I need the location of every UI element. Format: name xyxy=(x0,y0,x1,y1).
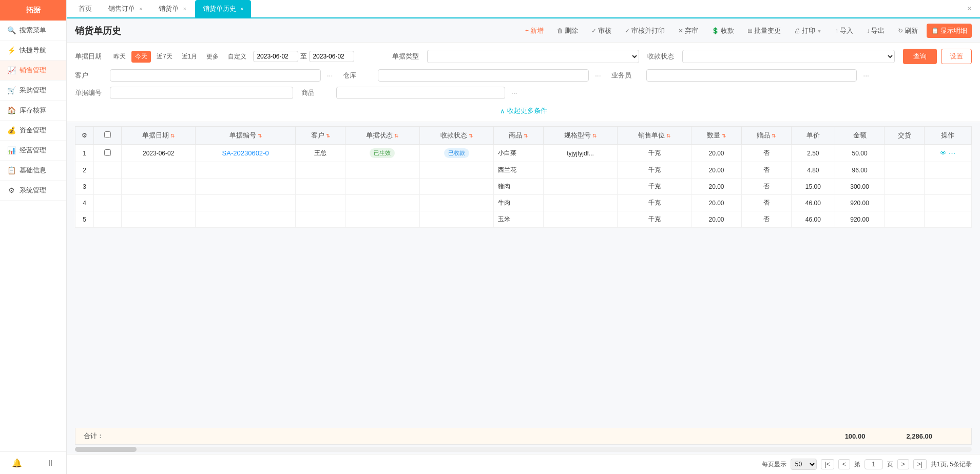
sidebar-item-inventory-calc[interactable]: 🏠 库存核算 xyxy=(0,101,66,121)
print-icon: 🖨 xyxy=(794,27,800,34)
cell-checkbox[interactable] xyxy=(94,195,122,211)
doc-no-input[interactable] xyxy=(110,87,293,99)
horizontal-scrollbar[interactable] xyxy=(75,447,972,452)
add-btn[interactable]: + 新增 xyxy=(521,24,548,38)
yesterday-btn[interactable]: 昨天 xyxy=(110,51,129,63)
doc-type-label: 单据类型 xyxy=(392,52,423,61)
col-unit[interactable]: 销售单位⇅ xyxy=(618,127,691,145)
sort-icon-pay-status: ⇅ xyxy=(469,133,473,139)
col-pay-status[interactable]: 收款状态⇅ xyxy=(419,127,493,145)
sidebar-item-system-mgmt[interactable]: ⚙ 系统管理 xyxy=(0,181,66,201)
pause-btn[interactable]: ⏸ xyxy=(42,457,59,470)
doc-type-select[interactable] xyxy=(427,50,640,63)
row-action-btn-0[interactable]: 👁 xyxy=(940,149,947,157)
sidebar-item-search-menu[interactable]: 🔍 搜索菜单 xyxy=(0,21,66,41)
date-to-input[interactable] xyxy=(309,51,354,62)
col-doc-status[interactable]: 单据状态⇅ xyxy=(345,127,419,145)
cell-checkbox[interactable] xyxy=(94,162,122,179)
page-num-input[interactable] xyxy=(864,459,883,469)
batch-change-btn[interactable]: ⊞ 批量变更 xyxy=(743,24,785,38)
date-from-input[interactable] xyxy=(253,51,298,62)
audit-print-btn[interactable]: ✓ 审核并打印 xyxy=(620,24,669,38)
first-page-btn[interactable]: |< xyxy=(821,459,834,469)
refresh-btn[interactable]: ↻ 刷新 xyxy=(893,24,923,38)
salesperson-dots-btn[interactable]: ··· xyxy=(861,71,871,80)
per-page-select[interactable]: 10 20 50 100 xyxy=(791,459,817,470)
tab-sales-history[interactable]: 销货单历史 × xyxy=(195,0,251,17)
col-price[interactable]: 单价 xyxy=(791,127,835,145)
sidebar-item-basic-info[interactable]: 📋 基础信息 xyxy=(0,161,66,181)
row-action-btn-1[interactable]: ⋯ xyxy=(949,149,955,157)
audit-btn[interactable]: ✓ 审核 xyxy=(587,24,616,38)
print-btn[interactable]: 🖨 打印 ▼ xyxy=(790,24,827,38)
col-doc-no[interactable]: 单据编号⇅ xyxy=(196,127,296,145)
col-gift[interactable]: 赠品⇅ xyxy=(741,127,791,145)
col-customer[interactable]: 客户⇅ xyxy=(296,127,345,145)
customer-input[interactable] xyxy=(110,69,321,82)
payment-status-select[interactable] xyxy=(682,50,895,63)
select-all-checkbox[interactable] xyxy=(104,131,111,138)
tab-home[interactable]: 首页 xyxy=(71,0,100,17)
warehouse-input[interactable] xyxy=(378,69,589,82)
tab-sales-goods[interactable]: 销货单 × xyxy=(151,0,194,17)
col-qty[interactable]: 数量⇅ xyxy=(691,127,741,145)
cell-checkbox[interactable] xyxy=(94,179,122,195)
collect-btn[interactable]: 💲 收款 xyxy=(707,24,739,38)
tab-sales-goods-close[interactable]: × xyxy=(183,6,186,12)
delete-btn[interactable]: 🗑 删除 xyxy=(552,24,583,38)
cell-amount: 96.00 xyxy=(835,162,885,179)
col-transaction[interactable]: 交货 xyxy=(885,127,924,145)
sidebar-item-quick-nav[interactable]: ⚡ 快捷导航 xyxy=(0,41,66,61)
cell-pay-status: 已收款 xyxy=(419,145,493,162)
abandon-btn[interactable]: ✕ 弃审 xyxy=(674,24,703,38)
last-page-btn[interactable]: >| xyxy=(913,459,927,469)
cell-checkbox[interactable] xyxy=(94,145,122,162)
sidebar-item-operation-mgmt[interactable]: 📊 经营管理 xyxy=(0,141,66,161)
custom-btn[interactable]: 自定义 xyxy=(224,51,250,63)
filter-doc-type: 单据类型 xyxy=(392,50,640,63)
tab-sales-history-close[interactable]: × xyxy=(240,6,243,12)
goods-input[interactable] xyxy=(336,87,505,99)
filter-collapse-btn[interactable]: ∧ 收起更多条件 xyxy=(75,104,972,117)
1month-btn[interactable]: 近1月 xyxy=(178,51,201,63)
warehouse-dots-btn[interactable]: ··· xyxy=(593,71,603,80)
sidebar-item-sales-mgmt[interactable]: 📈 销售管理 xyxy=(0,61,66,81)
col-goods[interactable]: 商品⇅ xyxy=(493,127,543,145)
doc-no-link[interactable]: SA-20230602-0 xyxy=(222,149,269,157)
search-menu-icon: 🔍 xyxy=(7,26,15,34)
sidebar-item-purchase-mgmt[interactable]: 🛒 采购管理 xyxy=(0,81,66,101)
customer-dots-btn[interactable]: ··· xyxy=(325,71,335,80)
cell-actions xyxy=(924,195,971,211)
salesperson-label: 业务员 xyxy=(611,71,642,80)
7days-btn[interactable]: 近7天 xyxy=(153,51,176,63)
add-icon: + xyxy=(525,27,529,34)
show-detail-btn[interactable]: 📋 显示明细 xyxy=(927,24,972,38)
import-btn[interactable]: ↑ 导入 xyxy=(831,24,858,38)
col-gear[interactable]: ⚙ xyxy=(75,127,94,145)
tab-sales-order[interactable]: 销售订单 × xyxy=(101,0,150,17)
sidebar-item-finance-mgmt[interactable]: 💰 资金管理 xyxy=(0,121,66,141)
today-btn[interactable]: 今天 xyxy=(131,51,151,63)
salesperson-input[interactable] xyxy=(646,69,857,82)
export-btn[interactable]: ↓ 导出 xyxy=(862,24,889,38)
tab-sales-order-close[interactable]: × xyxy=(139,6,142,12)
close-all-btn[interactable]: × xyxy=(963,4,976,13)
sales-mgmt-icon: 📈 xyxy=(7,66,15,74)
cell-checkbox[interactable] xyxy=(94,211,122,228)
col-doc-date[interactable]: 单据日期⇅ xyxy=(122,127,196,145)
notification-btn[interactable]: 🔔 xyxy=(8,456,26,470)
next-page-btn[interactable]: > xyxy=(897,459,909,469)
col-amount[interactable]: 金额 xyxy=(835,127,885,145)
col-spec[interactable]: 规格型号⇅ xyxy=(543,127,617,145)
cell-goods: 猪肉 xyxy=(493,179,543,195)
more-btn[interactable]: 更多 xyxy=(203,51,222,63)
prev-page-btn[interactable]: < xyxy=(838,459,850,469)
query-button[interactable]: 查询 xyxy=(903,49,937,64)
cell-spec xyxy=(543,211,617,228)
cell-row-num: 5 xyxy=(75,211,94,228)
goods-dots-btn[interactable]: ··· xyxy=(509,89,520,97)
row-checkbox[interactable] xyxy=(104,149,111,156)
settings-button[interactable]: 设置 xyxy=(941,49,972,64)
col-checkbox[interactable] xyxy=(94,127,122,145)
scrollbar-thumb[interactable] xyxy=(75,447,137,452)
